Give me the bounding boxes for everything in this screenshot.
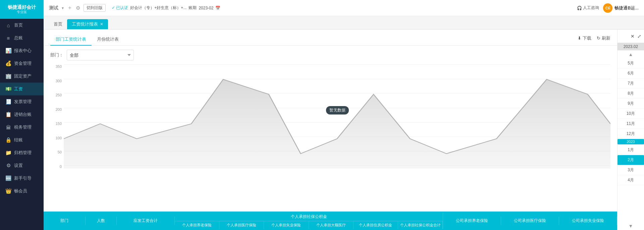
calendar-icon[interactable]: 📅: [215, 6, 220, 10]
help-button[interactable]: 🎧 人工咨询: [577, 5, 599, 11]
fixed-assets-icon: 🏢: [5, 73, 11, 79]
right-panel: ✕ ⤢ 2023.02 ▲ 5月 6月 7月: [617, 30, 644, 230]
sidebar-item-settings[interactable]: ⚙ 设置: [0, 159, 44, 172]
membership-icon: 👑: [5, 188, 11, 194]
sub-tab-dept-label: 部门工资统计表: [56, 37, 86, 42]
sidebar-item-invoice[interactable]: 🧾 发票管理: [0, 95, 44, 108]
col-company-medical: 公司承担医疗保险: [501, 217, 559, 225]
year-2023-label: 2023: [627, 140, 635, 144]
closing-icon: 🔒: [5, 137, 11, 143]
sidebar-item-closing[interactable]: 🔒 结账: [0, 134, 44, 146]
download-button[interactable]: ⬇ 下载: [578, 35, 591, 41]
sidebar-item-guide[interactable]: 🆕 新手引导: [0, 172, 44, 185]
sub-tabs-left: 部门工资统计表 月份统计表: [50, 34, 124, 45]
group-col-pension: 个人承担养老保险: [175, 221, 219, 229]
period-value: 2023-02: [199, 6, 213, 10]
user-menu[interactable]: CE 畅捷通B运...: [603, 3, 639, 13]
sidebar-label-archive: 归档管理: [14, 150, 32, 156]
year-display: 2023.02: [618, 43, 644, 50]
sidebar-item-fixed-assets[interactable]: 🏢 固定资产: [0, 70, 44, 83]
sidebar-item-archive[interactable]: 📁 归档管理: [0, 146, 44, 159]
sidebar-item-sales[interactable]: 📋 进销台账: [0, 108, 44, 121]
month-1[interactable]: 1月: [618, 145, 644, 155]
month-4[interactable]: 4月: [618, 175, 644, 185]
panel-close-icon[interactable]: ✕: [631, 34, 635, 39]
nav-up-icon[interactable]: ▲: [629, 52, 633, 57]
month-7[interactable]: 7月: [618, 79, 644, 89]
sidebar-item-payroll[interactable]: 💵 工资: [0, 83, 44, 95]
month-8[interactable]: 8月: [618, 89, 644, 99]
invoice-icon: 🧾: [5, 99, 11, 105]
app-logo: 畅捷通好会计 专业版: [0, 0, 44, 19]
sidebar-item-funds[interactable]: 💰 资金管理: [0, 57, 44, 70]
topbar: 测试 ▾ ＋ ⚙ 切到旧版 ✓ 已认证 好会计（专）+好生意（标）+... 账期…: [44, 0, 644, 16]
tab-close-icon[interactable]: ✕: [100, 22, 103, 27]
settings-icon: ⚙: [5, 163, 11, 169]
year-value: 2023.02: [624, 44, 638, 49]
sidebar-label-sales: 进销台账: [14, 111, 32, 118]
y-label-200: 200: [56, 107, 62, 111]
month-11[interactable]: 11月: [618, 119, 644, 129]
refresh-label: 刷新: [602, 35, 610, 41]
sidebar-item-tax[interactable]: 🏛 税务管理: [0, 121, 44, 134]
sub-tab-monthly[interactable]: 月份统计表: [92, 34, 124, 46]
period-label: 账期: [189, 5, 197, 11]
sidebar-label-settings: 设置: [14, 163, 23, 169]
logo-text: 畅捷通好会计: [8, 4, 36, 10]
help-label: 人工咨询: [583, 5, 599, 11]
dept-filter-select[interactable]: 全部: [67, 50, 134, 60]
col-company-pension: 公司承担养老保险: [443, 217, 501, 225]
year-nav-down: ▼: [618, 222, 644, 230]
chart-area: 350 300 250 200 150 100 50 0: [44, 64, 617, 212]
month-6[interactable]: 6月: [618, 68, 644, 79]
logo-sub: 专业版: [17, 10, 27, 14]
month-2[interactable]: 2月: [618, 155, 644, 165]
panel-expand-icon[interactable]: ⤢: [637, 34, 641, 39]
month-10[interactable]: 10月: [618, 109, 644, 119]
group-col-major-medical: 个人承担大额医疗: [309, 221, 354, 229]
month-list: 5月 6月 7月 8月 9月 10月 11月: [618, 58, 644, 222]
sidebar-label-home: 首页: [14, 22, 23, 28]
month-3[interactable]: 3月: [618, 165, 644, 175]
content-area: 部门工资统计表 月份统计表 ⬇ 下载 ↻ 刷新: [44, 30, 644, 230]
month-9[interactable]: 9月: [618, 99, 644, 109]
sub-tab-dept[interactable]: 部门工资统计表: [50, 34, 92, 46]
col-count-label: 人数: [97, 218, 105, 224]
sub-tab-monthly-label: 月份统计表: [97, 37, 119, 42]
tab-home[interactable]: 首页: [49, 19, 67, 29]
group-col-unemployment: 个人承担失业保险: [264, 221, 309, 229]
sidebar-item-home[interactable]: ⌂ 首页: [0, 19, 44, 32]
group-cols: 个人承担养老保险 个人承担医疗保险 个人承担失业保险 个人承担大额医疗 个人承担: [175, 221, 443, 229]
dropdown-arrow-icon[interactable]: ▾: [62, 6, 64, 10]
sidebar-label-reports: 报表中心: [14, 48, 32, 54]
add-button[interactable]: ＋: [67, 4, 72, 11]
switch-old-btn[interactable]: 切到旧版: [84, 4, 106, 12]
chart-container: 350 300 250 200 150 100 50 0: [50, 64, 610, 179]
month-12[interactable]: 12月: [618, 129, 644, 139]
gear-icon[interactable]: ⚙: [76, 5, 80, 11]
col-group-personal: 个人承担社保公积金 个人承担养老保险 个人承担医疗保险 个人承担失业保险 个人承…: [175, 213, 443, 229]
year-2023-badge: 2023: [618, 139, 644, 144]
tab-payroll-report[interactable]: 工资统计报表 ✕: [67, 19, 108, 29]
tabbar: 首页 工资统计报表 ✕: [44, 16, 644, 30]
month-5[interactable]: 5月: [618, 58, 644, 68]
sidebar: 畅捷通好会计 专业版 ⌂ 首页 ≡ 总账 📊 报表中心 💰 资金管理 🏢 固定资…: [0, 0, 44, 230]
dept-filter-label: 部门：: [50, 52, 63, 58]
sidebar-item-general-ledger[interactable]: ≡ 总账: [0, 32, 44, 44]
year-2023-section: 2023: [618, 139, 644, 144]
funds-icon: 💰: [5, 60, 11, 66]
reports-icon: 📊: [5, 48, 11, 54]
y-label-350: 350: [56, 64, 62, 68]
topbar-right: 🎧 人工咨询 CE 畅捷通B运...: [577, 3, 639, 13]
topbar-tags: 好会计（专）+好生意（标）+...: [130, 5, 186, 11]
sidebar-item-membership[interactable]: 👑 畅会员: [0, 185, 44, 197]
y-label-50: 50: [58, 150, 62, 154]
table-header: 部门 人数 应发工资合计 个人承担社保公积金 个人承担养老保险 个人承担医: [44, 212, 617, 230]
group-col-housing: 个人承担住房公积金: [354, 221, 398, 229]
nav-down-icon[interactable]: ▼: [629, 223, 633, 229]
topbar-title: 测试: [49, 5, 58, 11]
guide-icon: 🆕: [5, 175, 11, 181]
refresh-button[interactable]: ↻ 刷新: [597, 35, 610, 41]
sidebar-label-fixed-assets: 固定资产: [14, 73, 32, 79]
sidebar-item-reports[interactable]: 📊 报表中心: [0, 44, 44, 57]
